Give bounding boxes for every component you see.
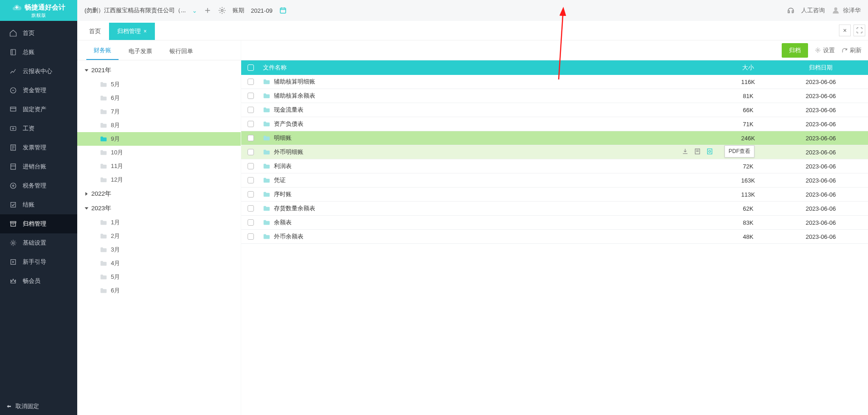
subtab-bank[interactable]: 银行回单 — [162, 47, 200, 60]
tooltip: PDF查看 — [724, 145, 754, 158]
sidebar-item-settings[interactable]: 基础设置 — [0, 233, 77, 252]
year-tree: 2021年5月6月7月8月9月10月11月12月2022年2023年1月2月3月… — [77, 60, 241, 297]
table-row[interactable]: 余额表 83K 2023-06-06 — [241, 216, 868, 230]
col-date[interactable]: 归档日期 — [780, 64, 862, 72]
year-2023年[interactable]: 2023年 — [77, 201, 241, 216]
tab-close-all[interactable]: × — [839, 25, 851, 36]
preview-icon[interactable] — [694, 148, 701, 157]
row-checkbox[interactable] — [248, 191, 254, 198]
tab-home[interactable]: 首页 — [81, 23, 109, 40]
table-row[interactable]: 辅助核算余额表 81K 2023-06-06 — [241, 89, 868, 103]
table-row[interactable]: 外币明细账 5K 2023-06-06 PDF查看 — [241, 145, 868, 159]
plus-icon[interactable] — [203, 6, 212, 15]
month-6月[interactable]: 6月 — [77, 91, 241, 105]
sidebar-item-wallet[interactable]: 资金管理 — [0, 81, 77, 100]
sidebar-item-vip[interactable]: 畅会员 — [0, 272, 77, 291]
sidebar-item-close-books[interactable]: 结账 — [0, 195, 77, 214]
page-tabs: 首页 归档管理 × × ⛶ — [77, 21, 868, 40]
file-date: 2023-06-06 — [780, 205, 862, 212]
row-checkbox[interactable] — [248, 219, 254, 226]
col-size[interactable]: 大小 — [716, 64, 780, 72]
sidebar-item-salary[interactable]: 工资 — [0, 119, 77, 138]
table-row[interactable]: 凭证 163K 2023-06-06 — [241, 173, 868, 188]
row-checkbox[interactable] — [248, 121, 254, 127]
row-checkbox[interactable] — [248, 149, 254, 155]
salary-icon — [9, 124, 17, 133]
sidebar-item-book[interactable]: 总账 — [0, 43, 77, 62]
sidebar-unpin[interactable]: 取消固定 — [0, 398, 77, 415]
row-checkbox[interactable] — [248, 135, 254, 141]
table-row[interactable]: 现金流量表 66K 2023-06-06 — [241, 103, 868, 117]
folder-icon — [100, 177, 107, 183]
month-11月[interactable]: 11月 — [77, 159, 241, 173]
invoice-icon — [9, 143, 17, 152]
row-checkbox[interactable] — [248, 79, 254, 85]
sidebar-item-archive[interactable]: 归档管理 — [0, 214, 77, 233]
sidebar-item-chart[interactable]: 云报表中心 — [0, 62, 77, 81]
col-name[interactable]: 文件名称 — [263, 64, 716, 72]
month-3月[interactable]: 3月 — [77, 243, 241, 257]
month-7月[interactable]: 7月 — [77, 105, 241, 119]
tab-fullscreen[interactable]: ⛶ — [853, 25, 865, 36]
year-2022年[interactable]: 2022年 — [77, 187, 241, 201]
consult-label[interactable]: 人工咨询 — [801, 6, 825, 15]
vip-icon — [9, 277, 17, 285]
calendar-icon[interactable] — [279, 6, 287, 15]
table-row[interactable]: 外币余额表 48K 2023-06-06 — [241, 230, 868, 244]
download-icon[interactable] — [681, 148, 689, 157]
company-selector[interactable]: (勿删）江西服宝精品有限责任公司（... — [84, 6, 186, 15]
month-5月[interactable]: 5月 — [77, 270, 241, 284]
sidebar-item-home[interactable]: 首页 — [0, 24, 77, 43]
file-size: 72K — [716, 163, 780, 170]
period-value[interactable]: 2021-09 — [251, 7, 273, 14]
refresh-button[interactable]: 刷新 — [841, 46, 862, 54]
caret-icon — [85, 69, 89, 72]
table-row[interactable]: 存货数量余额表 62K 2023-06-06 — [241, 202, 868, 216]
sidebar-item-asset[interactable]: 固定资产 — [0, 100, 77, 119]
month-5月[interactable]: 5月 — [77, 78, 241, 91]
brand-logo[interactable]: 畅捷通好会计 旗舰版 — [0, 0, 77, 21]
close-icon[interactable]: × — [144, 28, 147, 35]
table-row[interactable]: 辅助核算明细账 116K 2023-06-06 — [241, 75, 868, 89]
table-row[interactable]: 明细账 246K 2023-06-06 — [241, 131, 868, 145]
row-checkbox[interactable] — [248, 93, 254, 99]
row-checkbox[interactable] — [248, 205, 254, 212]
year-2021年[interactable]: 2021年 — [77, 63, 241, 78]
table-row[interactable]: 利润表 72K 2023-06-06 — [241, 159, 868, 173]
file-size: 81K — [716, 93, 780, 99]
table-row[interactable]: 资产负债表 71K 2023-06-06 — [241, 117, 868, 131]
file-name: 外币余额表 — [274, 232, 303, 241]
month-8月[interactable]: 8月 — [77, 119, 241, 132]
row-actions — [681, 148, 714, 157]
user-menu[interactable]: 徐泽华 — [831, 6, 861, 15]
pdf-view-icon[interactable] — [706, 148, 714, 157]
month-1月[interactable]: 1月 — [77, 216, 241, 229]
tab-archive[interactable]: 归档管理 × — [109, 23, 155, 40]
sidebar-item-ledger[interactable]: 进销台账 — [0, 157, 77, 176]
company-dropdown-icon[interactable]: ⌄ — [192, 7, 197, 14]
folder-icon — [263, 163, 270, 169]
table-row[interactable]: 序时账 113K 2023-06-06 — [241, 188, 868, 202]
sidebar-item-guide[interactable]: 新手引导 — [0, 252, 77, 272]
month-10月[interactable]: 10月 — [77, 146, 241, 159]
header-checkbox[interactable] — [248, 64, 254, 71]
row-checkbox[interactable] — [248, 163, 254, 169]
subtab-finance[interactable]: 财务账 — [86, 46, 119, 60]
month-9月[interactable]: 9月 — [77, 132, 241, 146]
row-checkbox[interactable] — [248, 107, 254, 113]
month-6月[interactable]: 6月 — [77, 284, 241, 297]
headset-icon[interactable] — [787, 6, 795, 15]
month-12月[interactable]: 12月 — [77, 173, 241, 187]
row-checkbox[interactable] — [248, 177, 254, 183]
sidebar-item-invoice[interactable]: 发票管理 — [0, 138, 77, 157]
subtab-einvoice[interactable]: 电子发票 — [121, 47, 159, 60]
settings-button[interactable]: 设置 — [814, 46, 835, 54]
svg-point-19 — [709, 150, 710, 152]
sidebar-item-tax[interactable]: 税务管理 — [0, 176, 77, 195]
month-4月[interactable]: 4月 — [77, 257, 241, 270]
month-2月[interactable]: 2月 — [77, 229, 241, 243]
archive-button[interactable]: 归档 — [782, 43, 808, 58]
folder-icon — [100, 81, 107, 88]
row-checkbox[interactable] — [248, 233, 254, 240]
gear-icon[interactable] — [218, 6, 226, 15]
